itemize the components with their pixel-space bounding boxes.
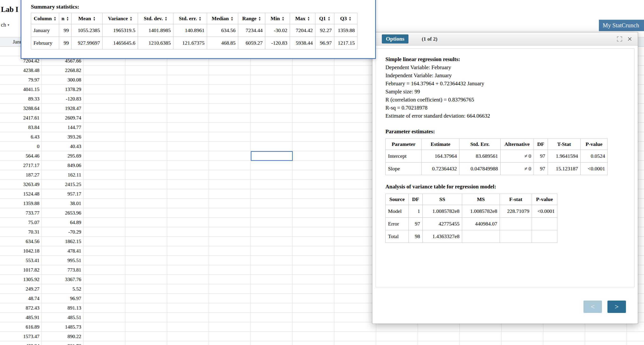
summary-column-header[interactable]: Mean ▲▼ bbox=[72, 13, 102, 24]
grid-cell[interactable]: 1485.73 bbox=[42, 322, 84, 332]
grid-cell[interactable]: 3263.49 bbox=[0, 180, 42, 189]
summary-column-header[interactable]: Q3 ▲▼ bbox=[334, 13, 358, 24]
grid-cell[interactable]: 393.26 bbox=[42, 132, 84, 142]
grid-cell[interactable]: 564.46 bbox=[0, 151, 42, 161]
grid-cell[interactable]: 2609.74 bbox=[42, 113, 84, 123]
grid-cell[interactable]: 89.33 bbox=[0, 94, 42, 104]
grid-cell[interactable]: 891.13 bbox=[42, 303, 84, 313]
grid-cell[interactable]: 40.43 bbox=[42, 142, 84, 151]
grid-cell[interactable]: 38.01 bbox=[42, 199, 84, 208]
grid-cell[interactable]: 75.07 bbox=[0, 218, 42, 227]
sort-icon[interactable]: ▲▼ bbox=[54, 16, 56, 21]
grid-cell[interactable]: 4041.15 bbox=[0, 85, 42, 94]
summary-statistics-title: Summary statistics: bbox=[31, 4, 368, 10]
grid-cell[interactable]: 1928.47 bbox=[42, 104, 84, 113]
anova-cell: 228.71079 bbox=[500, 205, 532, 218]
grid-cell[interactable]: 1862.15 bbox=[42, 237, 84, 246]
statcrunch-menu[interactable]: ch▾ bbox=[1, 22, 9, 28]
close-icon[interactable]: × bbox=[628, 36, 632, 43]
table-row: Model 1 1.0085782e8 1.0085782e8 228.7107… bbox=[386, 205, 557, 218]
grid-cell[interactable]: 485.51 bbox=[42, 313, 84, 322]
sort-icon[interactable]: ▲▼ bbox=[199, 16, 201, 21]
grid-cell[interactable]: 422.24 bbox=[0, 341, 42, 345]
grid-cell[interactable]: 872.43 bbox=[0, 303, 42, 313]
grid-cell[interactable]: 4238.48 bbox=[0, 66, 42, 75]
grid-cell[interactable]: 187.27 bbox=[0, 170, 42, 180]
summary-column-header[interactable]: Q1 ▲▼ bbox=[315, 13, 334, 24]
sort-icon[interactable]: ▲▼ bbox=[328, 16, 330, 21]
my-statcrunch-nav[interactable]: My StatCrunch bbox=[599, 20, 644, 31]
grid-cell[interactable]: 849.06 bbox=[42, 161, 84, 170]
grid-cell[interactable]: 2717.17 bbox=[0, 161, 42, 170]
summary-column-header[interactable]: Range ▲▼ bbox=[238, 13, 265, 24]
grid-cell[interactable]: 0 bbox=[0, 142, 42, 151]
summary-column-header[interactable]: Variance ▲▼ bbox=[102, 13, 138, 24]
summary-column-header[interactable]: Max ▲▼ bbox=[290, 13, 315, 24]
grid-cell[interactable]: 5.52 bbox=[42, 284, 84, 294]
sort-icon[interactable]: ▲▼ bbox=[66, 16, 69, 21]
grid-cell[interactable]: 295.69 bbox=[42, 151, 84, 161]
grid-cell[interactable]: 249.27 bbox=[0, 284, 42, 294]
sort-icon[interactable]: ▲▼ bbox=[282, 16, 284, 21]
summary-cell: 6059.27 bbox=[238, 37, 265, 50]
grid-cell[interactable]: 6.43 bbox=[0, 132, 42, 142]
grid-cell[interactable]: 1573.47 bbox=[0, 332, 42, 341]
grid-cell[interactable]: 1042.18 bbox=[0, 246, 42, 256]
grid-cell[interactable]: 2415.25 bbox=[42, 180, 84, 189]
sort-icon[interactable]: ▲▼ bbox=[258, 16, 261, 21]
grid-cell[interactable]: 3367.76 bbox=[42, 275, 84, 284]
grid-cell[interactable]: 553.41 bbox=[0, 256, 42, 265]
anova-cell bbox=[500, 218, 532, 230]
summary-column-header[interactable]: Median ▲▼ bbox=[207, 13, 238, 24]
grid-cell[interactable]: 890.22 bbox=[42, 332, 84, 341]
selected-cell[interactable] bbox=[251, 151, 293, 161]
sort-icon[interactable]: ▲▼ bbox=[130, 16, 132, 21]
sort-icon[interactable]: ▲▼ bbox=[231, 16, 234, 21]
grid-cell[interactable]: 1305.92 bbox=[0, 275, 42, 284]
grid-cell[interactable]: 2417.61 bbox=[0, 113, 42, 123]
grid-cell[interactable]: 48.74 bbox=[0, 294, 42, 303]
options-button[interactable]: Options bbox=[382, 35, 408, 44]
sort-icon[interactable]: ▲▼ bbox=[165, 16, 168, 21]
grid-cell[interactable]: 96.97 bbox=[42, 294, 84, 303]
grid-cell[interactable]: 616.89 bbox=[0, 322, 42, 332]
grid-cell[interactable]: 773.81 bbox=[42, 265, 84, 275]
grid-cell[interactable]: 733.77 bbox=[0, 208, 42, 218]
grid-cell[interactable]: 79.97 bbox=[0, 75, 42, 85]
grid-cell[interactable]: 3288.64 bbox=[0, 104, 42, 113]
summary-column-header[interactable]: Std. dev. ▲▼ bbox=[138, 13, 173, 24]
grid-cell[interactable]: 83.84 bbox=[0, 123, 42, 132]
summary-column-header[interactable]: Column ▲▼ bbox=[31, 13, 59, 24]
summary-column-header[interactable]: Std. err. ▲▼ bbox=[173, 13, 207, 24]
grid-cell[interactable]: 1017.82 bbox=[0, 265, 42, 275]
expand-icon[interactable] bbox=[616, 36, 623, 42]
summary-cell: 468.85 bbox=[207, 37, 238, 50]
parameter-estimates-table: ParameterEstimateStd. Err.AlternativeDFT… bbox=[386, 139, 608, 175]
grid-cell[interactable]: 162.11 bbox=[42, 170, 84, 180]
grid-cell[interactable]: 478.41 bbox=[42, 246, 84, 256]
grid-cell[interactable]: 64.89 bbox=[42, 218, 84, 227]
grid-cell[interactable]: 70.31 bbox=[0, 227, 42, 237]
sort-icon[interactable]: ▲▼ bbox=[349, 16, 352, 21]
grid-cell[interactable]: 1524.48 bbox=[0, 189, 42, 199]
summary-column-header[interactable]: Min ▲▼ bbox=[265, 13, 290, 24]
grid-cell[interactable]: 957.17 bbox=[42, 189, 84, 199]
summary-column-header[interactable]: n ▲▼ bbox=[59, 13, 72, 24]
next-result-button[interactable]: > bbox=[608, 300, 626, 313]
grid-cell[interactable]: 301.76 bbox=[42, 341, 84, 345]
sort-icon[interactable]: ▲▼ bbox=[93, 16, 96, 21]
grid-cell[interactable]: -120.83 bbox=[42, 94, 84, 104]
grid-cell[interactable]: -70.29 bbox=[42, 227, 84, 237]
grid-cell[interactable]: 2653.96 bbox=[42, 208, 84, 218]
previous-result-button[interactable]: < bbox=[584, 300, 602, 313]
grid-cell[interactable]: 2268.82 bbox=[42, 66, 84, 75]
grid-cell[interactable]: 1359.88 bbox=[0, 199, 42, 208]
grid-cell[interactable]: 144.77 bbox=[42, 123, 84, 132]
sort-icon[interactable]: ▲▼ bbox=[307, 16, 310, 21]
grid-cell[interactable]: 1378.29 bbox=[42, 85, 84, 94]
grid-cell[interactable]: 300.08 bbox=[42, 75, 84, 85]
grid-cell[interactable]: 634.56 bbox=[0, 237, 42, 246]
grid-cell[interactable]: 485.91 bbox=[0, 313, 42, 322]
grid-cell[interactable]: 995.51 bbox=[42, 256, 84, 265]
table-row: Intercept 164.37964 83.689561 ≠ 0 97 1.9… bbox=[386, 150, 608, 163]
